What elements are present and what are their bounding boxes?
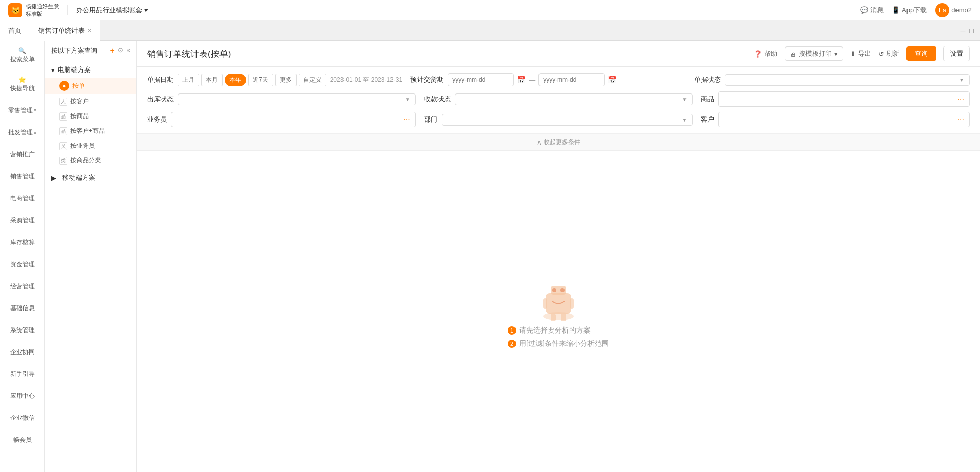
calendar-icon-1: 📅 — [517, 76, 526, 84]
tab-close-icon[interactable]: × — [88, 27, 91, 34]
tab-maximize-icon[interactable]: □ — [970, 27, 974, 35]
solution-item-3[interactable]: 品 按客户+商品 — [45, 124, 136, 138]
date-btn-custom[interactable]: 自定义 — [299, 74, 326, 86]
print-dropdown-icon[interactable]: ▾ — [834, 50, 838, 58]
sidebar-item-wholesale[interactable]: 批发管理 ▴ — [0, 121, 44, 143]
sidebar-item-member[interactable]: 畅会员 — [0, 429, 44, 451]
delivery-date-end[interactable] — [538, 73, 605, 86]
empty-illustration — [533, 273, 584, 324]
solution-item-1[interactable]: 人 按客户 — [45, 94, 136, 109]
collapse-bar[interactable]: ∧ 收起更多条件 — [137, 134, 980, 151]
settings-button[interactable]: 设置 — [943, 46, 970, 61]
query-button[interactable]: 查询 — [906, 46, 936, 61]
delivery-date-inputs: 📅 — 📅 — [448, 73, 686, 86]
solution-item-5[interactable]: 类 按商品分类 — [45, 153, 136, 168]
date-btn-this-month[interactable]: 本月 — [201, 74, 223, 86]
stock-dropdown-icon: ▼ — [405, 97, 410, 102]
solution-item-2[interactable]: 品 按商品 — [45, 109, 136, 124]
date-sep: — — [529, 76, 535, 84]
sidebar-item-quick-nav[interactable]: ⭐ 快捷导航 — [0, 70, 44, 99]
department-group: 部门 ▼ — [424, 114, 693, 126]
delivery-label: 预计交货期 — [410, 75, 444, 84]
date-btn-7days[interactable]: 近7天 — [248, 74, 273, 86]
filter-section: 单据日期 上月 本月 本年 近7天 更多 自定义 2023-01-01 至 20… — [137, 67, 980, 134]
product-select[interactable]: ··· — [718, 91, 970, 107]
tab-actions: ─ □ — [961, 27, 980, 35]
date-btn-last-month[interactable]: 上月 — [178, 74, 199, 86]
tip-num-1: 1 — [508, 326, 516, 335]
refresh-btn[interactable]: ↺ 刷新 — [878, 49, 899, 58]
category-icon: 类 — [59, 157, 67, 165]
sidebar-item-system[interactable]: 系统管理 — [0, 319, 44, 341]
collapse-icon: ∧ — [537, 139, 542, 146]
solution-item-0[interactable]: ● 按单 — [45, 78, 136, 94]
user-area[interactable]: Ea demo2 — [935, 3, 972, 17]
tab-sales-order[interactable]: 销售订单统计表 × — [30, 20, 100, 41]
print-btn[interactable]: 🖨 按模板打印 ▾ — [785, 46, 843, 61]
payment-status-select[interactable]: ▼ — [455, 93, 693, 105]
tab-minimize-icon[interactable]: ─ — [961, 27, 966, 35]
solution-item-4[interactable]: 员 按业务员 — [45, 138, 136, 153]
pc-section-arrow: ▾ — [51, 66, 55, 74]
solution-active-icon: ● — [59, 81, 69, 91]
sub-panel-settings-btn[interactable]: ⊙ — [118, 46, 124, 55]
sidebar-item-search-menu[interactable]: 🔍 搜索菜单 — [0, 41, 44, 70]
status-dropdown-icon: ▼ — [959, 77, 964, 83]
date-btn-this-year[interactable]: 本年 — [225, 74, 246, 86]
page-title: 销售订单统计表(按单) — [147, 48, 231, 60]
delivery-date-group: 预计交货期 📅 — 📅 — [410, 73, 686, 86]
svg-rect-8 — [561, 314, 566, 321]
stock-status-select[interactable]: ▼ — [178, 93, 416, 105]
chart-icon: 员 — [59, 142, 67, 150]
sidebar-item-purchase[interactable]: 采购管理 — [0, 209, 44, 231]
empty-tips: 1 请先选择要分析的方案 2 用[过滤]条件来缩小分析范围 — [508, 324, 609, 350]
sidebar-item-basic-info[interactable]: 基础信息 — [0, 297, 44, 319]
sub-panel-add-btn[interactable]: + — [110, 46, 114, 55]
product-ellipsis-btn[interactable]: ··· — [958, 95, 964, 104]
tab-home[interactable]: 首页 — [0, 20, 30, 41]
sidebar-item-capital[interactable]: 资金管理 — [0, 253, 44, 275]
help-btn[interactable]: ❓ 帮助 — [754, 49, 777, 58]
pc-section: ▾ 电脑端方案 ● 按单 人 按客户 品 按商品 品 按客户+商品 员 按业务员 — [45, 60, 136, 170]
topbar-left: 🐱 畅捷通好生意 标准版 办公用品行业模拟账套 ▾ — [8, 3, 148, 17]
mobile-section-header[interactable]: ▶ 移动端方案 — [45, 170, 136, 185]
stock-status-group: 出库状态 ▼ — [147, 93, 416, 105]
sidebar-item-inventory[interactable]: 库存核算 — [0, 231, 44, 253]
pc-section-header[interactable]: ▾ 电脑端方案 — [45, 62, 136, 78]
topbar-dropdown-icon[interactable]: ▾ — [144, 6, 148, 14]
sub-panel: 按以下方案查询 + ⊙ « ▾ 电脑端方案 ● 按单 人 按客户 品 按商品 — [45, 41, 137, 472]
message-btn[interactable]: 💬 消息 — [860, 6, 884, 15]
department-select[interactable]: ▼ — [442, 114, 693, 126]
print-icon: 🖨 — [790, 50, 797, 58]
sidebar-item-enterprise-wechat[interactable]: 企业微信 — [0, 407, 44, 429]
customer-ellipsis-btn[interactable]: ··· — [958, 115, 964, 124]
salesperson-select[interactable]: ··· — [171, 112, 416, 127]
topbar-title[interactable]: 办公用品行业模拟账套 ▾ — [76, 6, 148, 15]
grid2-icon: 品 — [59, 127, 67, 135]
svg-point-3 — [552, 288, 556, 292]
app-download-btn[interactable]: 📱 App下载 — [892, 6, 927, 15]
sidebar-item-ecommerce[interactable]: 电商管理 — [0, 187, 44, 209]
delivery-date-start[interactable] — [448, 73, 514, 86]
filter-row-2: 出库状态 ▼ 收款状态 ▼ 商品 ··· — [147, 91, 970, 107]
sub-panel-header: 按以下方案查询 + ⊙ « — [45, 41, 136, 60]
filter-row-3: 业务员 ··· 部门 ▼ 客户 ··· — [147, 112, 970, 127]
date-btn-more[interactable]: 更多 — [275, 74, 297, 86]
customer-select[interactable]: ··· — [718, 112, 970, 127]
sidebar-item-enterprise[interactable]: 企业协同 — [0, 341, 44, 363]
sidebar-item-app-center[interactable]: 应用中心 — [0, 385, 44, 407]
phone-icon: 📱 — [892, 6, 900, 14]
export-btn[interactable]: ⬇ 导出 — [850, 49, 871, 58]
main-content: 销售订单统计表(按单) ❓ 帮助 🖨 按模板打印 ▾ ⬇ 导出 — [137, 41, 980, 472]
sidebar-item-retail[interactable]: 零售管理 ▾ — [0, 99, 44, 121]
quick-nav-icon: ⭐ — [2, 76, 42, 83]
status-select[interactable]: ▼ — [725, 74, 970, 86]
refresh-icon: ↺ — [878, 50, 884, 58]
salesperson-label: 业务员 — [147, 115, 167, 124]
sidebar-item-operations[interactable]: 经营管理 — [0, 275, 44, 297]
sub-panel-collapse-btn[interactable]: « — [127, 46, 130, 55]
sidebar-item-new-guide[interactable]: 新手引导 — [0, 363, 44, 385]
sidebar-item-marketing[interactable]: 营销推广 — [0, 143, 44, 165]
salesperson-ellipsis-btn[interactable]: ··· — [403, 115, 410, 124]
sidebar-item-sales[interactable]: 销售管理 — [0, 165, 44, 187]
